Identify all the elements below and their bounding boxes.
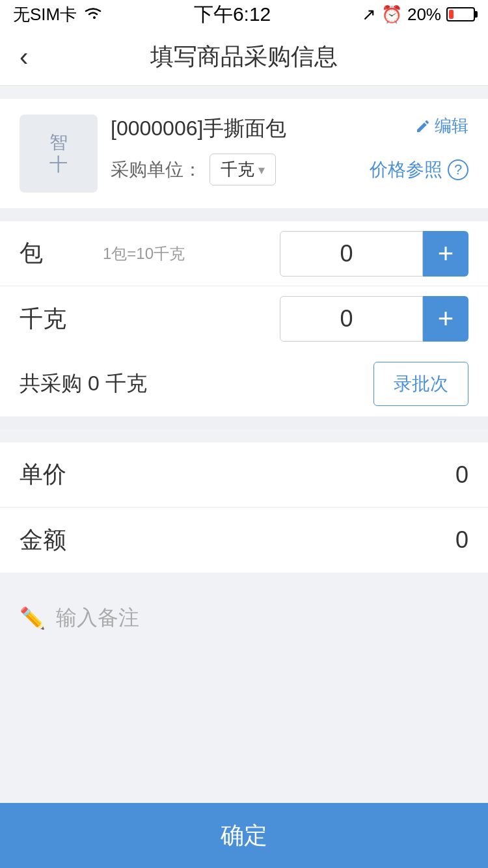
price-ref-button[interactable]: 价格参照 ? — [370, 157, 468, 182]
kg-quantity-input[interactable] — [280, 296, 423, 342]
summary-row: 共采购 0 千克 录批次 — [0, 351, 488, 416]
product-card: 智 十 [0000006]手撕面包 编辑 采购单位： 千克 ▾ 价格参照 — [0, 99, 488, 208]
price-section: 单价 0 金额 0 — [0, 442, 488, 573]
product-info: [0000006]手撕面包 编辑 采购单位： 千克 ▾ 价格参照 ? — [111, 115, 468, 185]
back-button[interactable]: ‹ — [20, 42, 28, 72]
bag-input-wrap: + — [280, 231, 468, 277]
price-ref-label: 价格参照 — [370, 157, 442, 182]
page-title: 填写商品采购信息 — [150, 41, 338, 73]
unit-value: 千克 — [221, 158, 254, 181]
kg-input-row: 千克 + — [0, 286, 488, 351]
amount-label: 金额 — [20, 524, 66, 556]
plus-icon-kg: + — [438, 303, 454, 334]
pencil-icon: ✏️ — [20, 606, 46, 631]
input-section: 包 1包=10千克 + 千克 + — [0, 221, 488, 351]
bag-sublabel: 1包=10千克 — [103, 243, 280, 264]
nav-bar: ‹ 填写商品采购信息 — [0, 29, 488, 86]
remark-placeholder: 输入备注 — [56, 604, 139, 632]
status-time: 下午6:12 — [194, 1, 271, 28]
bag-input-row: 包 1包=10千克 + — [0, 221, 488, 286]
status-bar: 无SIM卡 下午6:12 ↗ ⏰ 20% — [0, 0, 488, 29]
unit-selector[interactable]: 千克 ▾ — [210, 154, 276, 185]
summary-text: 共采购 0 千克 — [20, 370, 147, 398]
product-thumbnail: 智 十 — [20, 115, 98, 193]
product-unit-row: 采购单位： 千克 ▾ 价格参照 ? — [111, 154, 468, 185]
status-left: 无SIM卡 — [13, 3, 103, 26]
kg-plus-button[interactable]: + — [423, 296, 468, 342]
amount-value: 0 — [455, 526, 468, 554]
product-logo: 智 十 — [49, 131, 68, 175]
bag-quantity-input[interactable] — [280, 231, 423, 277]
kg-input-wrap: + — [280, 296, 468, 342]
edit-button[interactable]: 编辑 — [415, 115, 468, 137]
section-divider-2 — [0, 416, 488, 429]
dropdown-arrow-icon: ▾ — [258, 162, 265, 178]
carrier-text: 无SIM卡 — [13, 3, 77, 26]
location-icon: ↗ — [362, 5, 376, 25]
battery-percent: 20% — [407, 5, 441, 25]
status-right: ↗ ⏰ 20% — [362, 5, 475, 25]
plus-icon: + — [438, 238, 454, 269]
info-icon: ? — [448, 159, 468, 180]
kg-label: 千克 — [20, 303, 98, 335]
amount-row: 金额 0 — [0, 508, 488, 573]
unit-price-row: 单价 0 — [0, 442, 488, 508]
unit-price-label: 单价 — [20, 459, 66, 491]
unit-label: 采购单位： — [111, 157, 202, 182]
product-name-row: [0000006]手撕面包 编辑 — [111, 115, 468, 143]
batch-button[interactable]: 录批次 — [373, 362, 468, 406]
wifi-icon — [83, 5, 103, 25]
unit-price-value: 0 — [455, 461, 468, 489]
confirm-label: 确定 — [221, 820, 267, 852]
bag-plus-button[interactable]: + — [423, 231, 468, 277]
alarm-icon: ⏰ — [381, 5, 402, 25]
bag-label: 包 — [20, 237, 98, 269]
remark-section[interactable]: ✏️ 输入备注 — [0, 586, 488, 651]
product-name: [0000006]手撕面包 — [111, 115, 286, 143]
confirm-bar[interactable]: 确定 — [0, 803, 488, 868]
section-divider-1 — [0, 208, 488, 221]
battery-icon — [446, 7, 475, 21]
